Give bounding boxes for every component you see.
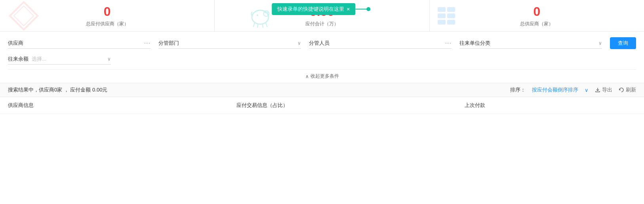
export-label: 导出 [602, 86, 612, 93]
svg-point-3 [264, 11, 269, 16]
stat-total-payable-suppliers: 0 总应付供应商（家） [0, 0, 215, 31]
svg-point-10 [267, 12, 268, 13]
col-transaction-header: 应付交易信息（占比） [236, 102, 465, 109]
stat-total-suppliers: 0 总供应商（家） [430, 0, 644, 31]
export-icon [595, 87, 600, 93]
svg-point-4 [257, 14, 258, 16]
department-label: 分管部门 [158, 40, 179, 47]
piggy-watermark-icon [246, 2, 274, 30]
refresh-label: 刷新 [626, 86, 636, 93]
total-suppliers-label: 总供应商（家） [520, 21, 553, 27]
grid-watermark-icon [438, 7, 455, 25]
refresh-button[interactable]: 刷新 [619, 86, 636, 93]
sort-arrow[interactable]: ∨ [585, 87, 589, 93]
table-header: 供应商信息 应付交易信息（占比） 上次付款 [0, 97, 644, 114]
stat-total-payable-amount: 快速录单的快捷键说明在这里 × 0.00 应付合计（万） [215, 0, 429, 31]
shortcut-tooltip[interactable]: 快速录单的快捷键说明在这里 × [272, 3, 355, 15]
top-stats-bar: 0 总应付供应商（家） 快速录单的快捷键说明在这里 × 0.00 应付合计（万） [0, 0, 644, 32]
result-info-area: 搜索结果中，供应商0家 ， 应付金额 0.00元 [8, 86, 107, 93]
manager-dots[interactable]: ··· [445, 40, 452, 47]
supplier-label: 供应商 [8, 40, 23, 47]
svg-point-9 [265, 12, 266, 13]
balance-filter[interactable]: 往来余额 选择... ∨ [8, 54, 111, 65]
result-actions: 排序： 按应付会额倒序排序 ∨ 导出 刷新 [510, 86, 636, 93]
col-supplier-header: 供应商信息 [8, 102, 236, 109]
query-button[interactable]: 查询 [610, 37, 636, 49]
diamond-watermark-icon [8, 0, 40, 32]
result-bar: 搜索结果中，供应商0家 ， 应付金额 0.00元 排序： 按应付会额倒序排序 ∨… [0, 83, 644, 97]
result-info: 搜索结果中，供应商0家 [8, 87, 62, 93]
unit-category-label: 往来单位分类 [459, 40, 490, 47]
tooltip-text: 快速录单的快捷键说明在这里 [277, 6, 344, 13]
payable-amount-label: 应付合计（万） [305, 21, 339, 27]
supplier-filter[interactable]: 供应商 ··· [8, 38, 151, 49]
result-separator: ， [64, 87, 69, 93]
manager-filter[interactable]: 分管人员 ··· [309, 38, 452, 49]
svg-line-8 [266, 23, 267, 27]
svg-line-7 [263, 23, 263, 28]
refresh-icon [619, 87, 624, 93]
total-suppliers-number: 0 [533, 4, 540, 19]
collapse-bar: ∧ 收起更多条件 [8, 69, 636, 83]
unit-category-filter[interactable]: 往来单位分类 ∨ [459, 38, 602, 49]
table-body [0, 114, 644, 204]
filter-area: 供应商 ··· 分管部门 ∨ 分管人员 ··· 往来单位分类 [0, 32, 644, 83]
collapse-icon: ∧ [305, 74, 309, 79]
sort-prefix: 排序： [510, 86, 526, 93]
export-button[interactable]: 导出 [595, 86, 612, 93]
balance-placeholder: 选择... [32, 55, 46, 63]
sort-value[interactable]: 按应付会额倒序排序 [532, 86, 578, 93]
svg-point-2 [252, 10, 269, 24]
collapse-text: 收起更多条件 [311, 73, 339, 80]
balance-label: 往来余额 [8, 55, 29, 63]
filter-row-1: 供应商 ··· 分管部门 ∨ 分管人员 ··· 往来单位分类 [8, 37, 636, 49]
filter-row-2: 往来余额 选择... ∨ [8, 54, 636, 65]
result-amount: 应付金额 0.00元 [70, 87, 107, 93]
tooltip-close-button[interactable]: × [347, 6, 350, 12]
supplier-dots[interactable]: ··· [144, 40, 151, 47]
svg-line-6 [257, 23, 258, 28]
department-arrow[interactable]: ∨ [297, 40, 301, 46]
payable-suppliers-label: 总应付供应商（家） [86, 21, 129, 27]
unit-category-arrow[interactable]: ∨ [598, 40, 602, 46]
col-lastpay-header: 上次付款 [465, 102, 636, 109]
payable-suppliers-number: 0 [104, 4, 111, 19]
balance-arrow[interactable]: ∨ [107, 56, 111, 62]
svg-line-5 [253, 23, 255, 27]
department-filter[interactable]: 分管部门 ∨ [158, 38, 301, 49]
manager-label: 分管人员 [309, 40, 330, 47]
tooltip-dot [366, 7, 370, 11]
collapse-button[interactable]: ∧ 收起更多条件 [305, 73, 339, 80]
